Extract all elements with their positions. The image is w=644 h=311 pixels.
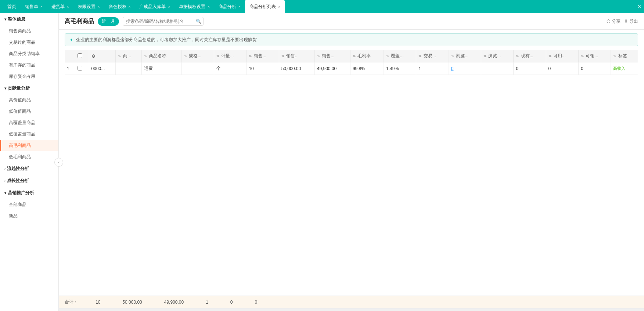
col-gross-rate[interactable]: ⇅ 毛利率 xyxy=(350,50,384,62)
sidebar-item-high-value[interactable]: 高价值商品 xyxy=(0,94,58,106)
table-header-row: ⚙ ⇅ 商... ⇅ 商品名称 ⇅ 规格... xyxy=(65,50,638,62)
sidebar-item-all-goods[interactable]: 全部商品 xyxy=(0,199,58,210)
filter-recent-month-button[interactable]: 近一月 xyxy=(98,17,119,26)
collapse-sidebar-button[interactable]: ‹ xyxy=(54,158,63,167)
close-all-tabs[interactable]: × xyxy=(638,3,641,10)
close-role-auth[interactable]: × xyxy=(129,5,131,9)
sidebar-item-high-margin[interactable]: 高毛利商品 xyxy=(0,140,58,151)
nav-purchase-order[interactable]: 进货单 × xyxy=(47,0,73,13)
page-title: 高毛利商品 xyxy=(65,18,94,25)
footer-sales-qty: 10 xyxy=(96,300,100,305)
arrow-icon-growth: › xyxy=(4,179,6,183)
sort-icon: ⇅ xyxy=(184,54,187,58)
sidebar-group-trend[interactable]: › 流趋性分析 xyxy=(0,163,58,175)
close-purchase-order[interactable]: × xyxy=(67,5,69,9)
sidebar-item-high-coverage[interactable]: 高覆盖量商品 xyxy=(0,117,58,129)
col-sales-amount[interactable]: ⇅ 销售... xyxy=(279,50,314,62)
sidebar-group-contribution[interactable]: ▾ 贡献量分析 xyxy=(0,82,58,94)
nav-home[interactable]: 首页 xyxy=(3,0,21,13)
sidebar-group-marketing[interactable]: ▾ 营销推广分析 xyxy=(0,187,58,199)
cell-unit: 个 xyxy=(214,62,247,75)
sort-icon: ⇅ xyxy=(581,54,584,58)
sidebar-item-traded-goods[interactable]: 交易过的商品 xyxy=(0,37,58,48)
close-permission-setting[interactable]: × xyxy=(98,5,100,9)
cell-code-val xyxy=(116,62,142,75)
nav-product-analysis[interactable]: 商品分析 × xyxy=(214,0,245,13)
close-template-setting[interactable]: × xyxy=(208,5,210,9)
nav-template-setting[interactable]: 单据模板设置 × xyxy=(175,0,214,13)
arrow-icon-contribution: ▾ xyxy=(4,86,6,90)
col-code[interactable]: ⇅ 商... xyxy=(116,50,142,62)
nav-product-warehouse[interactable]: 产成品入库单 × xyxy=(135,0,175,13)
cell-available: 0 xyxy=(546,62,578,75)
col-browse2[interactable]: ⇅ 浏览... xyxy=(481,50,514,62)
sidebar-item-category-rate[interactable]: 商品分类助销率 xyxy=(0,48,58,59)
col-check[interactable] xyxy=(75,50,89,62)
nav-product-analysis-list[interactable]: 商品分析列表 × xyxy=(245,0,285,13)
row-checkbox[interactable] xyxy=(78,66,82,70)
footer-bar: 合计： 10 50,000.00 49,900.00 1 0 0 xyxy=(59,296,644,308)
sidebar-item-sales-goods[interactable]: 销售类商品 xyxy=(0,25,58,37)
product-table: ⚙ ⇅ 商... ⇅ 商品名称 ⇅ 规格... xyxy=(65,50,638,75)
main-layout: ▾ 整体信息 销售类商品 交易过的商品 商品分类助销率 有库存的商品 库存资金占… xyxy=(0,13,644,311)
info-banner: ✦ 企业的主要的利润都是这部分商品创造的，可考虑加大推广，同时关注库存量是不要出… xyxy=(65,33,638,46)
nav-role-auth[interactable]: 角色授权 × xyxy=(104,0,135,13)
info-icon: ✦ xyxy=(69,37,73,43)
sidebar-item-in-stock[interactable]: 有库存的商品 xyxy=(0,59,58,71)
sort-icon: ⇅ xyxy=(144,54,147,58)
col-spec[interactable]: ⇅ 规格... xyxy=(181,50,214,62)
sidebar-item-low-value[interactable]: 低价值商品 xyxy=(0,106,58,117)
cell-browse2 xyxy=(481,62,514,75)
cell-check[interactable] xyxy=(75,62,89,75)
select-all-checkbox[interactable] xyxy=(78,53,82,58)
arrow-icon: ▾ xyxy=(4,17,6,21)
col-name[interactable]: ⇅ 商品名称 xyxy=(142,50,182,62)
search-icon: 🔍 xyxy=(196,19,201,24)
sidebar-item-low-coverage[interactable]: 低覆盖量商品 xyxy=(0,129,58,140)
close-product-analysis-list[interactable]: × xyxy=(278,5,280,9)
search-input[interactable] xyxy=(123,17,204,26)
sort-icon: ⇅ xyxy=(548,54,551,58)
cell-sellable: 0 xyxy=(578,62,611,75)
close-product-warehouse[interactable]: × xyxy=(168,5,170,9)
sidebar-group-overall[interactable]: ▾ 整体信息 xyxy=(0,13,58,25)
horizontal-scrollbar[interactable] xyxy=(59,308,644,311)
col-sellable[interactable]: ⇅ 可销... xyxy=(578,50,611,62)
sort-icon: ⇅ xyxy=(613,54,616,58)
cell-gross-rate: 99.8% xyxy=(350,62,384,75)
arrow-icon-trend: › xyxy=(4,167,6,171)
col-unit[interactable]: ⇅ 计量... xyxy=(214,50,247,62)
table-container: ⚙ ⇅ 商... ⇅ 商品名称 ⇅ 规格... xyxy=(59,50,644,296)
col-sales-cost[interactable]: ⇅ 销售... xyxy=(314,50,350,62)
col-sales-qty[interactable]: ⇅ 销售... xyxy=(247,50,279,62)
export-icon: ⬇ xyxy=(624,19,628,24)
col-browse1[interactable]: ⇅ 浏览... xyxy=(449,50,481,62)
close-sales-order[interactable]: × xyxy=(40,5,43,9)
col-cover-rate[interactable]: ⇅ 覆盖... xyxy=(384,50,416,62)
sidebar-group-growth[interactable]: › 成长性分析 xyxy=(0,175,58,187)
sidebar-item-stock-capital[interactable]: 库存资金占用 xyxy=(0,71,58,82)
nav-permission-setting[interactable]: 权限设置 × xyxy=(73,0,104,13)
share-button[interactable]: ⬡ 分享 xyxy=(607,18,620,25)
sidebar-item-low-margin[interactable]: 低毛利商品 xyxy=(0,151,58,163)
sort-icon: ⇅ xyxy=(418,54,421,58)
col-settings[interactable]: ⚙ xyxy=(89,50,116,62)
sort-icon: ⇅ xyxy=(216,54,219,58)
cell-cover-rate: 1.49% xyxy=(384,62,416,75)
footer-totals: 10 50,000.00 49,900.00 1 0 0 xyxy=(96,300,257,305)
nav-sales-order[interactable]: 销售单 × xyxy=(21,0,47,13)
sidebar-item-new-goods[interactable]: 新品 xyxy=(0,210,58,222)
footer-sales-cost: 49,900.00 xyxy=(164,300,184,305)
cell-trade-count: 1 xyxy=(416,62,449,75)
content-area: 高毛利商品 近一月 🔍 ⬡ 分享 ⬇ 导出 ✦ 企业的主要的利润都是这部分商品创… xyxy=(59,13,644,311)
cell-sales-qty: 10 xyxy=(247,62,279,75)
col-trade-count[interactable]: ⇅ 交易... xyxy=(416,50,449,62)
table-row: 1 0000... 运费 个 10 50,000.00 49,900.00 99… xyxy=(65,62,638,75)
cell-browse1[interactable]: 0 xyxy=(449,62,481,75)
export-button[interactable]: ⬇ 导出 xyxy=(624,18,638,25)
col-available[interactable]: ⇅ 可用... xyxy=(546,50,578,62)
col-tag[interactable]: ⇅ 标签 xyxy=(611,50,638,62)
col-current-stock[interactable]: ⇅ 现有... xyxy=(514,50,546,62)
search-wrap: 🔍 xyxy=(123,17,204,26)
close-product-analysis[interactable]: × xyxy=(238,5,241,9)
